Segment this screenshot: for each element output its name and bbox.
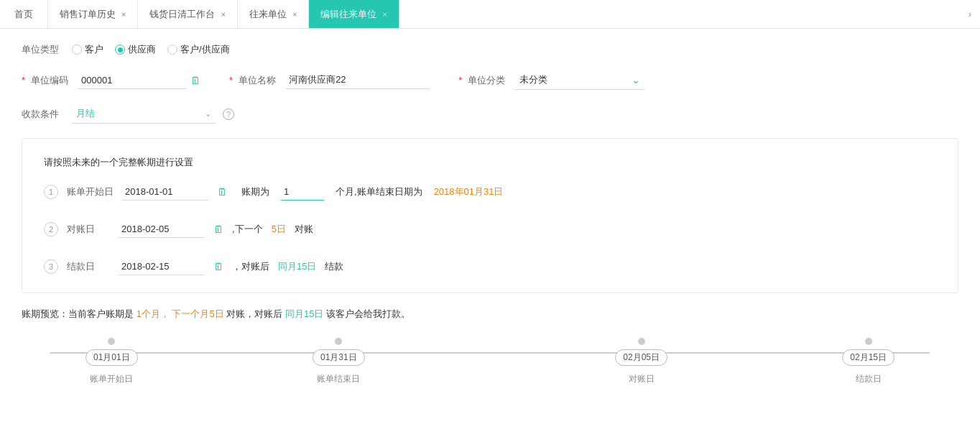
unit-code-input[interactable] <box>78 72 186 89</box>
tab-home-label: 首页 <box>14 8 33 21</box>
section-title: 请按照未来的一个完整帐期进行设置 <box>44 156 936 169</box>
timeline-points: 01月01日 账单开始日 01月31日 账单结束日 02月05日 对账日 02月… <box>36 338 944 385</box>
unit-category-label: 单位分类 <box>468 74 505 87</box>
preview-p1: 1个月， <box>137 308 170 319</box>
tab-edit-partner-label: 编辑往来单位 <box>320 8 376 21</box>
preview-p3: 同月15日 <box>285 308 323 319</box>
preview-label: 账期预览：当前客户账期是 <box>22 308 134 319</box>
payment-help-icon[interactable]: ? <box>223 109 234 120</box>
timeline-dot-4 <box>865 338 872 345</box>
unit-name-star: * <box>229 75 233 86</box>
timeline-dot-2 <box>335 338 342 345</box>
timeline-label-1: 账单开始日 <box>90 373 133 385</box>
radio-both-label: 客户/供应商 <box>180 43 230 56</box>
tab-expand-button[interactable]: › <box>960 0 980 28</box>
payment-date-calendar-icon[interactable]: 🗓 <box>213 261 223 272</box>
payment-suffix: 结款 <box>325 260 343 273</box>
unit-code-icon[interactable]: 🗓 <box>190 75 200 86</box>
preview-mid: 对账，对账后 <box>226 308 282 319</box>
payment-date-input[interactable] <box>119 258 205 275</box>
period-value-input[interactable] <box>281 183 324 201</box>
timeline-point-2: 01月31日 账单结束日 <box>188 338 490 385</box>
radio-both-circle <box>167 45 177 55</box>
tab-cash-work-close[interactable]: × <box>221 10 225 19</box>
timeline-label-3: 对账日 <box>629 373 655 385</box>
row-label-1: 账单开始日 <box>67 185 114 198</box>
period-section: 请按照未来的一个完整帐期进行设置 1 账单开始日 🗓 账期为 个月,账单结束日期… <box>22 138 958 293</box>
timeline-dot-1 <box>108 338 115 345</box>
timeline-badge-2: 01月31日 <box>313 349 365 366</box>
payment-dropdown-arrow: ⌄ <box>205 109 211 119</box>
tab-partner-close[interactable]: × <box>292 10 297 19</box>
expand-icon: › <box>969 9 971 19</box>
payment-row: 收款条件 月结 ⌄ ? <box>22 104 958 124</box>
row-label-2: 对账日 <box>67 223 110 236</box>
tab-cash-work-label: 钱货日清工作台 <box>149 8 215 21</box>
unit-category-arrow: ⌄ <box>632 74 640 86</box>
unit-type-label: 单位类型 <box>22 43 59 56</box>
payment-highlight: 同月15日 <box>278 260 316 273</box>
preview-text: 账期预览：当前客户账期是 1个月， 下一个月5日 对账，对账后 同月15日 该客… <box>22 308 958 321</box>
reconcile-date-calendar-icon[interactable]: 🗓 <box>213 224 223 235</box>
timeline-badge-3: 02月05日 <box>615 349 667 366</box>
tab-sales-history-label: 销售订单历史 <box>60 8 116 21</box>
period-row-1: 1 账单开始日 🗓 账期为 个月,账单结束日期为 2018年01月31日 <box>44 183 936 201</box>
timeline-badge-1: 01月01日 <box>85 349 138 366</box>
tab-home[interactable]: 首页 <box>0 0 48 28</box>
unit-category-group: * 单位分类 未分类 ⌄ <box>458 70 644 90</box>
period-end-date: 2018年01月31日 <box>434 185 504 198</box>
tab-edit-partner-close[interactable]: × <box>382 10 387 19</box>
reconcile-highlight: 5日 <box>272 223 286 236</box>
radio-group: 客户 供应商 客户/供应商 <box>72 43 230 56</box>
timeline-point-4: 02月15日 结款日 <box>792 338 944 385</box>
radio-supplier[interactable]: 供应商 <box>115 43 156 56</box>
unit-category-star: * <box>458 75 462 86</box>
unit-code-star: * <box>22 75 25 86</box>
payment-value: 月结 <box>76 107 202 120</box>
tab-bar: 首页 销售订单历史 × 钱货日清工作台 × 往来单位 × 编辑往来单位 × › <box>0 0 980 29</box>
payment-label: 收款条件 <box>22 108 59 121</box>
unit-type-row: 单位类型 客户 供应商 客户/供应商 <box>22 43 958 56</box>
payment-dropdown[interactable]: 月结 ⌄ <box>72 104 216 124</box>
preview-end: 该客户会给我打款。 <box>326 308 410 319</box>
start-date-calendar-icon[interactable]: 🗓 <box>217 186 227 198</box>
unit-name-label: 单位名称 <box>239 74 276 87</box>
timeline-label-2: 账单结束日 <box>317 373 360 385</box>
row-number-1: 1 <box>44 185 58 199</box>
radio-supplier-circle <box>115 45 125 55</box>
row-number-3: 3 <box>44 259 58 274</box>
tab-partner-label: 往来单位 <box>249 8 287 21</box>
tab-cash-work[interactable]: 钱货日清工作台 × <box>138 0 237 28</box>
period-row-3: 3 结款日 🗓 ，对账后 同月15日 结款 <box>44 258 936 275</box>
timeline-label-4: 结款日 <box>856 373 882 385</box>
period-row-2: 2 对账日 🗓 ,下一个 5日 对账 <box>44 221 936 238</box>
unit-name-group: * 单位名称 <box>229 72 430 89</box>
tab-partner[interactable]: 往来单位 × <box>238 0 309 28</box>
radio-customer-circle <box>72 45 82 55</box>
main-content: 单位类型 客户 供应商 客户/供应商 * 单位编码 🗓 * 单位名称 <box>0 29 980 437</box>
tab-sales-history-close[interactable]: × <box>121 10 126 19</box>
radio-customer[interactable]: 客户 <box>72 43 103 56</box>
tab-edit-partner[interactable]: 编辑往来单位 × <box>309 0 399 28</box>
preview-p2: 下一个月5日 <box>172 308 223 319</box>
unit-category-value: 未分类 <box>519 73 632 86</box>
unit-name-input[interactable] <box>286 72 430 89</box>
timeline-point-3: 02月05日 对账日 <box>490 338 792 385</box>
radio-supplier-label: 供应商 <box>128 43 156 56</box>
start-date-input[interactable] <box>122 183 208 201</box>
unit-fields-row: * 单位编码 🗓 * 单位名称 * 单位分类 未分类 ⌄ <box>22 70 958 90</box>
reconcile-date-input[interactable] <box>119 221 205 238</box>
radio-both[interactable]: 客户/供应商 <box>167 43 230 56</box>
row-number-2: 2 <box>44 222 58 236</box>
period-unit-text: 个月,账单结束日期为 <box>336 185 422 198</box>
reconcile-prefix: ,下一个 <box>232 223 263 236</box>
tab-sales-history[interactable]: 销售订单历史 × <box>48 0 138 28</box>
radio-customer-label: 客户 <box>85 43 103 56</box>
unit-category-dropdown[interactable]: 未分类 ⌄ <box>515 70 644 90</box>
timeline-dot-3 <box>638 338 645 345</box>
unit-code-group: * 单位编码 🗓 <box>22 72 200 89</box>
row-label-3: 结款日 <box>67 260 110 273</box>
timeline-container: 01月01日 账单开始日 01月31日 账单结束日 02月05日 对账日 02月… <box>22 338 958 385</box>
unit-code-label: 单位编码 <box>31 74 68 87</box>
payment-prefix: ，对账后 <box>232 260 269 273</box>
